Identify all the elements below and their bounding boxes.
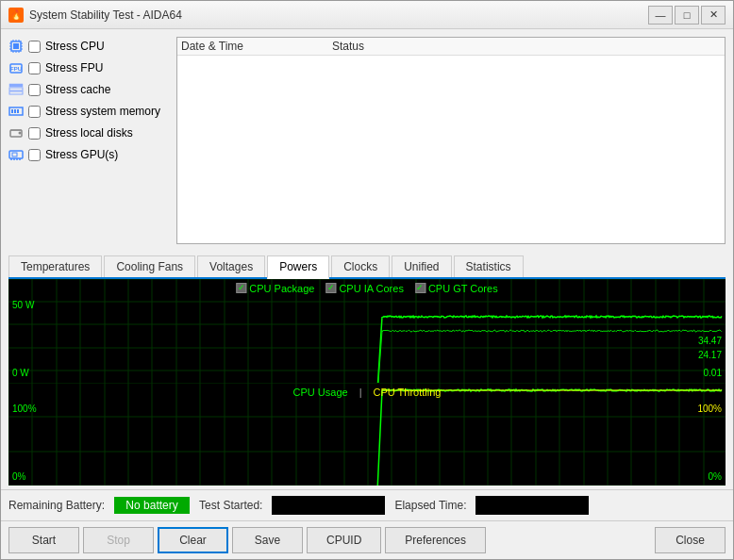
stress-gpu-item: Stress GPU(s)	[8, 145, 169, 164]
main-content: Stress CPU FPU Stress FPU Stress cache	[1, 29, 733, 252]
stress-memory-item: Stress system memory	[8, 102, 169, 121]
status-bar: Remaining Battery: No battery Test Start…	[1, 489, 733, 520]
svg-rect-22	[17, 109, 19, 113]
clear-button[interactable]: Clear	[158, 527, 228, 553]
tab-clocks[interactable]: Clocks	[331, 255, 390, 277]
svg-rect-21	[14, 109, 16, 113]
app-icon: 🔥	[8, 8, 24, 23]
gpu-icon	[8, 147, 24, 162]
chart2-y-top: 100%	[12, 404, 37, 414]
legend-cpu-package[interactable]: ✓ CPU Package	[236, 283, 314, 294]
svg-rect-16	[9, 84, 23, 87]
title-bar: 🔥 System Stability Test - AIDA64 — □ ✕	[1, 1, 733, 29]
stress-fpu-checkbox[interactable]	[28, 62, 41, 74]
maximize-button[interactable]: □	[675, 6, 699, 25]
tab-powers[interactable]: Powers	[267, 255, 329, 279]
stress-memory-label: Stress system memory	[45, 105, 160, 118]
stress-local-checkbox[interactable]	[28, 127, 41, 140]
window-title: System Stability Test - AIDA64	[29, 8, 182, 22]
svg-rect-17	[9, 88, 23, 91]
legend-separator: |	[359, 387, 362, 398]
svg-rect-1	[13, 43, 19, 49]
svg-rect-18	[9, 91, 23, 94]
svg-rect-27	[12, 153, 17, 156]
tab-unified[interactable]: Unified	[392, 255, 451, 277]
chart1-y-bottom: 0 W	[12, 368, 29, 378]
tab-statistics[interactable]: Statistics	[454, 255, 524, 277]
tab-voltages[interactable]: Voltages	[197, 255, 265, 277]
legend-cpu-gt-cores-label: CPU GT Cores	[428, 283, 498, 294]
legend-cpu-package-label: CPU Package	[249, 283, 314, 294]
charts-area: ✓ CPU Package ✓ CPU IA Cores ✓ CPU GT Co…	[8, 279, 726, 486]
chart2-y-bottom: 0%	[12, 471, 25, 482]
elapsed-time-value	[475, 496, 589, 515]
power-chart: ✓ CPU Package ✓ CPU IA Cores ✓ CPU GT Co…	[8, 279, 726, 383]
legend-cpu-usage-label: CPU Usage	[293, 387, 348, 398]
stress-cache-checkbox[interactable]	[28, 84, 41, 96]
chart2-val-bottom: 0%	[709, 471, 722, 482]
stress-local-item: Stress local disks	[8, 124, 169, 142]
chart1-y-top: 50 W	[12, 300, 34, 310]
power-chart-legend: ✓ CPU Package ✓ CPU IA Cores ✓ CPU GT Co…	[236, 283, 497, 294]
legend-cpu-usage: CPU Usage	[293, 387, 348, 398]
cache-icon	[8, 82, 24, 97]
left-panel: Stress CPU FPU Stress FPU Stress cache	[8, 37, 169, 244]
fpu-icon: FPU	[8, 60, 24, 75]
legend-cpu-throttling-label: CPU Throttling	[374, 387, 442, 398]
chart2-val-top: 100%	[697, 404, 722, 414]
log-panel: Date & Time Status	[176, 37, 726, 244]
stress-cpu-label: Stress CPU	[45, 40, 105, 53]
tab-temperatures[interactable]: Temperatures	[8, 255, 102, 277]
stress-cache-item: Stress cache	[8, 80, 169, 99]
log-header: Date & Time Status	[177, 38, 725, 56]
stress-fpu-item: FPU Stress FPU	[8, 58, 169, 77]
usage-chart-legend: CPU Usage | CPU Throttling	[293, 387, 442, 398]
stress-gpu-checkbox[interactable]	[28, 149, 41, 161]
close-window-button[interactable]: ✕	[701, 6, 726, 25]
elapsed-time-label: Elapsed Time:	[394, 499, 466, 512]
tabs-bar: Temperatures Cooling Fans Voltages Power…	[8, 255, 726, 279]
remaining-battery-value: No battery	[114, 497, 190, 514]
main-window: 🔥 System Stability Test - AIDA64 — □ ✕ S…	[0, 0, 734, 560]
save-button[interactable]: Save	[232, 527, 303, 553]
log-date-header: Date & Time	[181, 40, 332, 53]
svg-text:FPU: FPU	[10, 66, 22, 72]
test-started-value	[272, 496, 385, 515]
chart1-val-mid: 24.17	[698, 350, 722, 360]
svg-rect-20	[11, 109, 13, 113]
legend-cpu-throttling: CPU Throttling	[374, 387, 442, 398]
disk-icon	[8, 125, 24, 140]
tab-cooling-fans[interactable]: Cooling Fans	[104, 255, 195, 277]
svg-rect-26	[9, 151, 23, 158]
close-button[interactable]: Close	[655, 527, 726, 553]
legend-cpu-ia-cores-label: CPU IA Cores	[339, 283, 403, 294]
cpuid-button[interactable]: CPUID	[307, 527, 381, 553]
test-started-label: Test Started:	[199, 499, 262, 512]
stress-fpu-label: Stress FPU	[45, 61, 103, 74]
cpu-icon	[8, 39, 24, 54]
stress-cache-label: Stress cache	[45, 83, 110, 96]
stress-cpu-item: Stress CPU	[8, 37, 169, 56]
chart1-val-bottom: 0.01	[704, 368, 722, 378]
stress-local-label: Stress local disks	[45, 126, 133, 140]
preferences-button[interactable]: Preferences	[385, 527, 486, 553]
remaining-battery-label: Remaining Battery:	[8, 499, 105, 512]
stress-gpu-label: Stress GPU(s)	[45, 148, 118, 161]
stop-button[interactable]: Stop	[83, 527, 154, 553]
chart1-val-top: 34.47	[698, 336, 722, 346]
bottom-buttons: Start Stop Clear Save CPUID Preferences …	[1, 520, 733, 559]
usage-chart: CPU Usage | CPU Throttling 100% 0% 100% …	[8, 383, 726, 486]
legend-cpu-gt-cores[interactable]: ✓ CPU GT Cores	[415, 283, 498, 294]
minimize-button[interactable]: —	[648, 6, 673, 25]
svg-point-24	[19, 132, 22, 135]
log-content	[177, 56, 725, 243]
memory-icon	[8, 104, 24, 119]
legend-cpu-ia-cores[interactable]: ✓ CPU IA Cores	[325, 283, 403, 294]
tabs-section: Temperatures Cooling Fans Voltages Power…	[1, 255, 733, 279]
stress-memory-checkbox[interactable]	[28, 106, 41, 118]
start-button[interactable]: Start	[8, 527, 79, 553]
log-status-header: Status	[332, 40, 721, 53]
stress-cpu-checkbox[interactable]	[28, 41, 41, 53]
